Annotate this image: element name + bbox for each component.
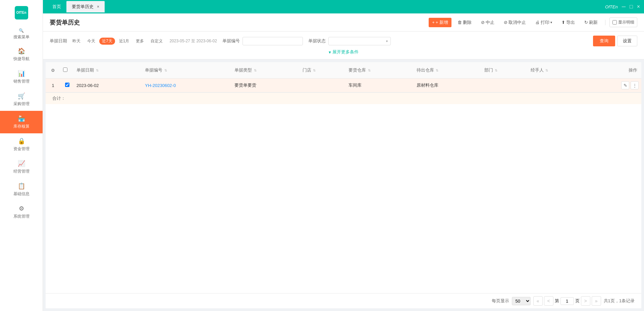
expand-more-label: 展开更多条件 (332, 49, 359, 55)
shortcut-1month[interactable]: 近1月 (116, 38, 132, 45)
refresh-icon: ↻ (584, 20, 588, 25)
row-req-warehouse: 车间库 (346, 79, 414, 92)
th-doc-date-label: 单据日期 (76, 68, 94, 73)
row-index: 1 (46, 79, 60, 92)
filter-date-item: 单据日期 昨天 今天 近7天 近1月 更多 自定义 2023-05-27 至 2… (50, 38, 217, 45)
query-button[interactable]: 查询 (593, 36, 615, 46)
sidebar-item-system[interactable]: ⚙ 系统管理 (0, 201, 43, 223)
row-doc-date: 2023-06-02 (74, 79, 142, 92)
finance-icon: 🔒 (18, 137, 25, 145)
page-input[interactable] (560, 297, 574, 305)
doc-number-link[interactable]: YH-20230602-0 (145, 83, 176, 88)
sidebar-item-label: 资金管理 (13, 146, 30, 152)
print-button[interactable]: 🖨 打印 ▾ (532, 18, 555, 27)
tab-bar: 首页 要货单历史 × (47, 1, 105, 12)
date-range-display: 2023-05-27 至 2023-06-02 (169, 38, 217, 44)
filter-docnumber-input[interactable] (243, 37, 303, 45)
expand-more-btn[interactable]: ▾ 展开更多条件 (329, 49, 359, 55)
refresh-button[interactable]: ↻ 刷新 (581, 18, 601, 27)
delete-button[interactable]: 🗑 删除 (454, 18, 475, 27)
prev-page-btn[interactable]: < (544, 296, 553, 306)
sidebar-item-finance[interactable]: 🔒 资金管理 (0, 133, 43, 156)
shortcut-more[interactable]: 更多 (133, 38, 147, 45)
th-department[interactable]: 部门 ⇅ (482, 62, 528, 79)
summary-label: 合计： (52, 96, 65, 101)
shortcut-custom[interactable]: 自定义 (148, 38, 165, 45)
th-pending-warehouse[interactable]: 待出仓库 ⇅ (414, 62, 482, 79)
date-shortcuts: 昨天 今天 近7天 近1月 更多 自定义 (70, 38, 165, 45)
export-button[interactable]: ⬆ 导出 (558, 18, 578, 27)
sidebar-item-label: 销售管理 (13, 79, 30, 84)
filter-docnumber-item: 单据编号 (222, 37, 303, 45)
th-doc-type[interactable]: 单据类型 ⇅ (232, 62, 300, 79)
print-label: 打印 (541, 19, 549, 26)
tab-home[interactable]: 首页 (47, 1, 66, 12)
th-req-warehouse[interactable]: 要货仓库 ⇅ (346, 62, 414, 79)
next-page-btn[interactable]: > (581, 296, 590, 306)
th-handler[interactable]: 经手人 ⇅ (528, 62, 585, 79)
th-doc-date[interactable]: 单据日期 ⇅ (74, 62, 142, 79)
filter-row-2: ▾ 展开更多条件 (50, 46, 637, 55)
per-page-select[interactable]: 20 50 100 200 (512, 297, 531, 305)
table-gear-btn[interactable]: ⚙ (48, 65, 58, 75)
shortcut-7days[interactable]: 近7天 (99, 38, 115, 45)
row-doc-type: 要货单要货 (232, 79, 300, 92)
sidebar-item-label: 经营管理 (13, 169, 30, 174)
row-checkbox-cell (60, 79, 74, 92)
tab-close-icon[interactable]: × (97, 4, 99, 9)
filter-docstatus-label: 单据状态 (308, 38, 326, 44)
shortcut-yesterday[interactable]: 昨天 (70, 38, 83, 45)
tab-history[interactable]: 要货单历史 × (66, 1, 105, 12)
row-doc-number: YH-20230602-0 (142, 79, 232, 92)
show-detail-button[interactable]: 显示明细 (609, 17, 637, 27)
th-store-label: 门店 (303, 68, 311, 73)
shortcut-today[interactable]: 今天 (85, 38, 98, 45)
stop-button[interactable]: ⊘ 中止 (478, 18, 498, 27)
tab-home-label: 首页 (52, 4, 61, 9)
sort-icon: ⇅ (254, 69, 257, 72)
window-maximize-btn[interactable]: □ (630, 4, 633, 10)
row-number: 1 (52, 83, 54, 88)
row-pending-warehouse: 原材料仓库 (414, 79, 482, 92)
last-page-btn[interactable]: » (592, 296, 601, 306)
row-checkbox[interactable] (65, 83, 69, 87)
page-nav: « < 第 页 > » (533, 296, 601, 306)
sidebar-item-quicknav[interactable]: 🏠 快捷导航 (0, 43, 43, 66)
row-more-btn[interactable]: ⋮ (631, 81, 639, 89)
filter-docstatus-input[interactable] (331, 39, 388, 44)
sidebar-item-sales[interactable]: 📊 销售管理 (0, 66, 43, 88)
sidebar-item-purchase[interactable]: 🛒 采购管理 (0, 88, 43, 111)
sort-icon: ⇅ (164, 69, 167, 72)
sidebar-item-inventory[interactable]: 🏪 库存核算 (0, 111, 43, 133)
new-button[interactable]: + + 新增 (429, 18, 451, 27)
sidebar-item-operation[interactable]: 📈 经营管理 (0, 156, 43, 178)
show-detail-checkbox[interactable] (612, 20, 617, 25)
filter-docnumber-label: 单据编号 (222, 38, 240, 44)
window-minimize-btn[interactable]: ─ (622, 4, 626, 10)
page-actions: + + 新增 🗑 删除 ⊘ 中止 ⊘ 取消中止 (429, 17, 637, 27)
action-buttons: 查询 设置 (593, 36, 637, 46)
sort-icon: ⇅ (545, 69, 548, 72)
system-icon: ⚙ (19, 205, 24, 212)
row-edit-btn[interactable]: ✎ (621, 81, 629, 89)
th-operations-label: 操作 (629, 68, 637, 73)
sidebar-item-label: 库存核算 (13, 124, 30, 129)
table-container: ⚙ 单据日期 ⇅ 单据编号 ⇅ (46, 62, 641, 308)
select-all-checkbox[interactable] (63, 68, 67, 72)
home-icon: 🏠 (18, 47, 25, 55)
cancel-stop-button[interactable]: ⊘ 取消中止 (500, 18, 529, 27)
th-doc-number[interactable]: 单据编号 ⇅ (142, 62, 232, 79)
sales-icon: 📊 (18, 70, 25, 77)
window-close-btn[interactable]: × (637, 4, 640, 10)
th-store[interactable]: 门店 ⇅ (300, 62, 346, 79)
sidebar-item-label: 快捷导航 (13, 56, 30, 62)
settings-button[interactable]: 设置 (617, 36, 637, 46)
cancel-stop-icon: ⊘ (504, 20, 507, 25)
filter-docstatus-item: 单据状态 ▾ (308, 37, 391, 45)
sidebar-item-search[interactable]: 🔍 搜索菜单 (0, 25, 43, 43)
refresh-label: 刷新 (589, 19, 598, 26)
sort-icon: ⇅ (96, 69, 99, 72)
first-page-btn[interactable]: « (533, 296, 543, 306)
basic-icon: 📋 (18, 182, 25, 190)
sidebar-item-basic[interactable]: 📋 基础信息 (0, 178, 43, 201)
